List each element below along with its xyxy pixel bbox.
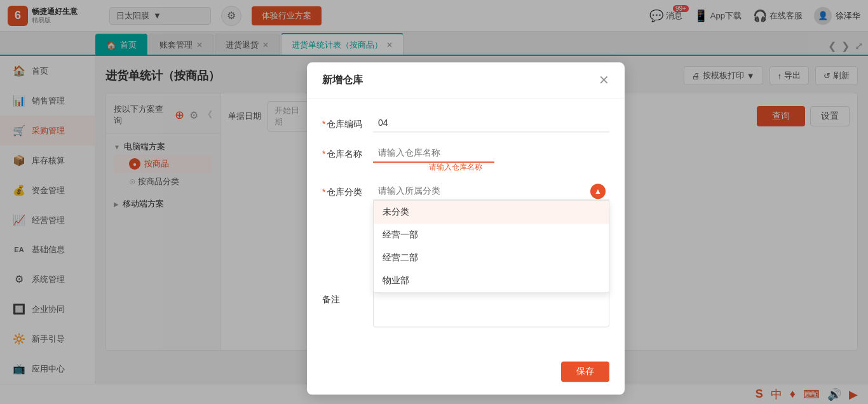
dropdown-item-1[interactable]: 经营一部: [374, 224, 609, 246]
modal-footer: 保存: [307, 354, 625, 394]
category-row: * 仓库分类 ▲ 未分类 经营一部 经营二部 物业部: [322, 182, 609, 200]
code-row: * 仓库编码: [322, 114, 609, 132]
dropdown-item-2[interactable]: 经营二部: [374, 246, 609, 269]
modal-close-button[interactable]: ✕: [599, 72, 609, 88]
notes-row: 备注: [322, 289, 609, 327]
name-row: * 仓库名称 请输入仓库名称: [322, 144, 609, 163]
notes-label: 备注: [322, 289, 373, 306]
category-select-wrapper: ▲ 未分类 经营一部 经营二部 物业部: [373, 182, 609, 200]
category-input[interactable]: [373, 182, 609, 200]
name-input[interactable]: [373, 144, 494, 163]
dropdown-item-3[interactable]: 物业部: [374, 269, 609, 292]
category-dropdown-list: 未分类 经营一部 经营二部 物业部: [373, 200, 609, 293]
modal-header: 新增仓库 ✕: [307, 62, 625, 98]
dropdown-item-0[interactable]: 未分类: [374, 201, 609, 224]
modal-save-button[interactable]: 保存: [561, 361, 609, 382]
name-label: * 仓库名称: [322, 144, 373, 160]
modal-title: 新增仓库: [322, 74, 363, 87]
new-warehouse-modal: 新增仓库 ✕ * 仓库编码 * 仓库名称 请输入仓库名称 *: [307, 62, 625, 394]
name-error-message: 请输入仓库名称: [429, 162, 482, 173]
notes-input[interactable]: [373, 289, 609, 327]
category-label: * 仓库分类: [322, 182, 373, 198]
category-dropdown-toggle[interactable]: ▲: [590, 184, 606, 199]
modal-body: * 仓库编码 * 仓库名称 请输入仓库名称 * 仓库分类 ▲: [307, 98, 625, 354]
code-input[interactable]: [373, 114, 609, 132]
code-label: * 仓库编码: [322, 114, 373, 130]
